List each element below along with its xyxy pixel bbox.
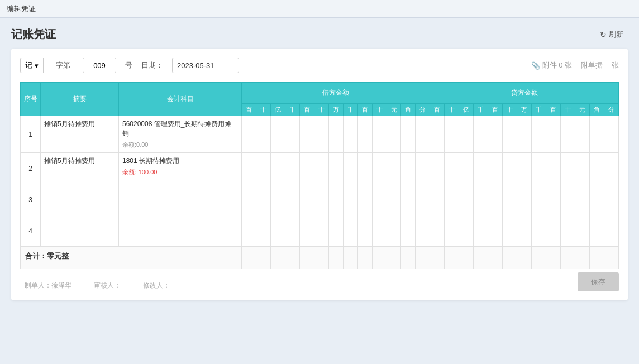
debit-digit-cell[interactable]	[285, 215, 299, 247]
debit-digit-cell[interactable]	[285, 116, 299, 153]
credit-digit-cell[interactable]	[445, 215, 459, 247]
credit-digit-cell[interactable]	[517, 153, 532, 184]
credit-digit-cell[interactable]	[488, 153, 503, 184]
debit-digit-cell[interactable]	[416, 116, 430, 153]
credit-digit-cell[interactable]	[589, 153, 604, 184]
credit-digit-cell[interactable]	[575, 215, 589, 247]
debit-digit-cell[interactable]	[314, 116, 328, 153]
debit-digit-cell[interactable]	[416, 153, 430, 184]
debit-digit-cell[interactable]	[242, 184, 256, 215]
debit-digit-cell[interactable]	[314, 153, 328, 184]
type-select[interactable]: 记 ▾	[20, 58, 44, 73]
debit-digit-cell[interactable]	[299, 153, 314, 184]
debit-digit-cell[interactable]	[343, 184, 357, 215]
account-cell[interactable]	[119, 215, 242, 247]
debit-digit-cell[interactable]	[299, 215, 314, 247]
debit-digit-cell[interactable]	[372, 116, 387, 153]
debit-digit-cell[interactable]	[256, 153, 270, 184]
summary-cell[interactable]: 摊销5月待摊费用	[41, 116, 119, 153]
credit-digit-cell[interactable]	[430, 215, 445, 247]
debit-digit-cell[interactable]	[256, 215, 270, 247]
debit-digit-cell[interactable]	[343, 153, 357, 184]
debit-digit-cell[interactable]	[372, 184, 387, 215]
debit-digit-cell[interactable]	[401, 215, 416, 247]
debit-digit-cell[interactable]	[357, 184, 372, 215]
debit-digit-cell[interactable]	[328, 184, 343, 215]
debit-digit-cell[interactable]	[387, 184, 401, 215]
credit-digit-cell[interactable]	[474, 215, 488, 247]
debit-digit-cell[interactable]	[357, 116, 372, 153]
credit-digit-cell[interactable]	[459, 153, 474, 184]
credit-digit-cell[interactable]	[604, 153, 618, 184]
credit-digit-cell[interactable]	[430, 153, 445, 184]
debit-digit-cell[interactable]	[372, 215, 387, 247]
credit-digit-cell[interactable]	[459, 116, 474, 153]
credit-digit-cell[interactable]	[546, 116, 561, 153]
debit-digit-cell[interactable]	[270, 215, 285, 247]
debit-digit-cell[interactable]	[328, 116, 343, 153]
attach-doc[interactable]: 附单据	[581, 60, 603, 70]
debit-digit-cell[interactable]	[270, 116, 285, 153]
debit-digit-cell[interactable]	[357, 215, 372, 247]
credit-digit-cell[interactable]	[546, 153, 561, 184]
credit-digit-cell[interactable]	[488, 215, 503, 247]
debit-digit-cell[interactable]	[416, 184, 430, 215]
credit-digit-cell[interactable]	[517, 184, 532, 215]
debit-digit-cell[interactable]	[285, 184, 299, 215]
credit-digit-cell[interactable]	[517, 215, 532, 247]
refresh-button[interactable]: ↻ 刷新	[595, 27, 628, 42]
summary-cell[interactable]	[41, 215, 119, 247]
credit-digit-cell[interactable]	[445, 116, 459, 153]
debit-digit-cell[interactable]	[242, 153, 256, 184]
credit-digit-cell[interactable]	[430, 116, 445, 153]
debit-digit-cell[interactable]	[328, 153, 343, 184]
credit-digit-cell[interactable]	[474, 116, 488, 153]
account-cell[interactable]	[119, 184, 242, 215]
debit-digit-cell[interactable]	[242, 116, 256, 153]
debit-digit-cell[interactable]	[242, 215, 256, 247]
debit-digit-cell[interactable]	[270, 153, 285, 184]
summary-cell[interactable]	[41, 184, 119, 215]
credit-digit-cell[interactable]	[459, 184, 474, 215]
credit-digit-cell[interactable]	[546, 184, 561, 215]
credit-digit-cell[interactable]	[560, 116, 575, 153]
debit-digit-cell[interactable]	[387, 116, 401, 153]
credit-digit-cell[interactable]	[503, 153, 517, 184]
credit-digit-cell[interactable]	[532, 184, 546, 215]
debit-digit-cell[interactable]	[387, 153, 401, 184]
credit-digit-cell[interactable]	[560, 153, 575, 184]
debit-digit-cell[interactable]	[314, 215, 328, 247]
debit-digit-cell[interactable]	[416, 215, 430, 247]
debit-digit-cell[interactable]	[299, 184, 314, 215]
credit-digit-cell[interactable]	[532, 215, 546, 247]
debit-digit-cell[interactable]	[299, 116, 314, 153]
credit-digit-cell[interactable]	[517, 116, 532, 153]
debit-digit-cell[interactable]	[270, 184, 285, 215]
credit-digit-cell[interactable]	[430, 184, 445, 215]
debit-digit-cell[interactable]	[256, 116, 270, 153]
debit-digit-cell[interactable]	[343, 116, 357, 153]
debit-digit-cell[interactable]	[401, 116, 416, 153]
credit-digit-cell[interactable]	[532, 153, 546, 184]
credit-digit-cell[interactable]	[575, 184, 589, 215]
credit-digit-cell[interactable]	[589, 215, 604, 247]
credit-digit-cell[interactable]	[488, 184, 503, 215]
debit-digit-cell[interactable]	[343, 215, 357, 247]
credit-digit-cell[interactable]	[546, 215, 561, 247]
credit-digit-cell[interactable]	[445, 184, 459, 215]
attach-link[interactable]: 📎 附件 0 张	[531, 60, 572, 70]
save-button[interactable]: 保存	[578, 272, 619, 291]
credit-digit-cell[interactable]	[604, 215, 618, 247]
summary-cell[interactable]: 摊销5月待摊费用	[41, 153, 119, 184]
credit-digit-cell[interactable]	[503, 184, 517, 215]
debit-digit-cell[interactable]	[401, 153, 416, 184]
debit-digit-cell[interactable]	[256, 184, 270, 215]
credit-digit-cell[interactable]	[503, 116, 517, 153]
credit-digit-cell[interactable]	[604, 184, 618, 215]
account-cell[interactable]: 1801 长期待摊费用余额:-100.00	[119, 153, 242, 184]
credit-digit-cell[interactable]	[474, 184, 488, 215]
credit-digit-cell[interactable]	[445, 153, 459, 184]
debit-digit-cell[interactable]	[372, 153, 387, 184]
credit-digit-cell[interactable]	[589, 116, 604, 153]
credit-digit-cell[interactable]	[560, 215, 575, 247]
